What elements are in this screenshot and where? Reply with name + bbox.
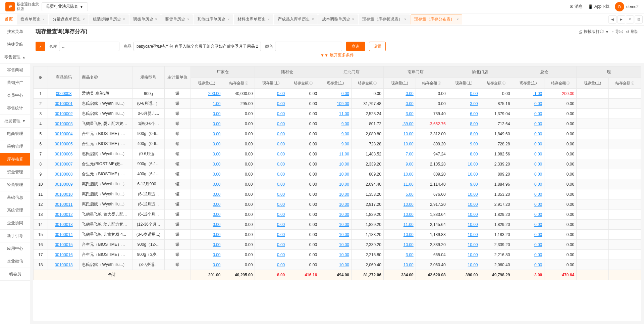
row-code: 00100011 (48, 199, 80, 210)
sidebar-item-retail-stat[interactable]: 零售统计 (0, 102, 30, 115)
close-icon[interactable]: × (123, 17, 125, 21)
th-lc-amt: 结存金额ⓘ (287, 78, 319, 89)
tab-diaob[interactable]: 调拨单历史 × (129, 14, 161, 25)
sidebar-item-retail-manage[interactable]: 零售管理 ▲ (0, 51, 30, 64)
sidebar-item-appcenter[interactable]: 应用中心 (0, 242, 30, 255)
sidebar-item-wholesale[interactable]: 批发管理 ▼ (0, 115, 30, 128)
query-button[interactable]: 查询 (346, 42, 365, 51)
industry-selector[interactable]: 母婴行业演示陈套 ▼ (42, 2, 88, 11)
tab-fenliang[interactable]: 分量盘点单历史 × (49, 14, 89, 25)
row-lc-qty: 0.00 (255, 230, 287, 240)
sidebar-item-marketing[interactable]: 营销推广 (0, 77, 30, 89)
row-lc-amt: 0.00 (287, 199, 319, 210)
nav-arrows: ◀ ▶ × ⊡ (608, 15, 643, 24)
close-icon[interactable]: × (268, 17, 270, 21)
row-cur-amt (609, 260, 641, 270)
code-link[interactable]: 00100004 (55, 132, 72, 136)
app-download-button[interactable]: 📱 App下载 (588, 4, 609, 9)
collapse-button[interactable]: › (36, 42, 45, 51)
sidebar-item-inventory[interactable]: 库存核算 (0, 153, 30, 166)
tab-kcfb[interactable]: 现存量（库存分布表）× (411, 14, 462, 25)
row-total-qty: 0.00 (512, 169, 544, 179)
sidebar-item-member2[interactable]: 畅会员 (0, 268, 30, 281)
tab-clchk[interactable]: 材料出库单历史 × (234, 14, 273, 25)
code-link[interactable]: 00100014 (55, 232, 72, 237)
row-cur-amt (609, 230, 641, 240)
code-link[interactable]: 00100007 (55, 162, 72, 167)
nav-prev-arrow[interactable]: ◀ (608, 15, 616, 24)
close-icon[interactable]: × (187, 17, 189, 21)
row-cur-qty (577, 250, 609, 260)
code-link[interactable]: 0000003 (56, 91, 72, 96)
user-area[interactable]: D demo2 (615, 2, 639, 11)
code-link[interactable]: 00100001 (55, 101, 72, 106)
close-icon[interactable]: × (352, 17, 354, 21)
tab-kczt[interactable]: 现存量（库存状况表）× (359, 14, 410, 25)
th-settings[interactable]: ⚙ (34, 66, 48, 89)
code-link[interactable]: 00100010 (55, 192, 72, 197)
sidebar-item-finance[interactable]: 资金管理 (0, 166, 30, 179)
code-link[interactable]: 00100013 (55, 222, 72, 227)
tab-qtchk[interactable]: 其他出库单历史 × (194, 14, 233, 25)
close-icon[interactable]: × (227, 17, 229, 21)
code-link[interactable]: 00100018 (55, 263, 72, 267)
close-icon[interactable]: × (83, 17, 85, 21)
table-row: 10 00100009 惠氏启赋（Wyeth illu...） 6-12月900… (34, 179, 641, 189)
tab-yaohuo[interactable]: 要货单历史 × (161, 14, 193, 25)
row-cur-qty (577, 99, 609, 109)
expand-conditions[interactable]: ▼▼ 展开更多条件 (36, 51, 639, 59)
sidebar-item-quicknav[interactable]: 快捷导航 (0, 38, 30, 51)
sidebar-item-basic[interactable]: 基础信息 (0, 191, 30, 204)
sidebar-item-operation[interactable]: 经营管理 (0, 179, 30, 191)
export-button[interactable]: ↑ 导出 (612, 29, 623, 35)
print-button[interactable]: 🖨 按模版打印 ▼ (578, 29, 609, 35)
code-link[interactable]: 00100003 (55, 122, 72, 126)
code-link[interactable]: 00100006 (55, 152, 72, 156)
table-row: 8 00100007 合生元(BIOSTIME)派... 900g（6-1...… (34, 159, 641, 169)
tab-home[interactable]: 首页 (1, 14, 16, 25)
code-link[interactable]: 00100005 (55, 142, 72, 146)
nav-close-arrow[interactable]: × (626, 15, 634, 24)
row-spec: 6-12月900... (132, 179, 165, 189)
refresh-button[interactable]: ↺ 刷新 (626, 29, 639, 35)
code-link[interactable]: 00100015 (55, 242, 72, 247)
sidebar-item-system[interactable]: 系统管理 (0, 204, 30, 217)
setting-button[interactable]: 设置 (369, 42, 386, 51)
close-icon[interactable]: × (405, 17, 407, 21)
sidebar-item-newguide[interactable]: 新手引导 (0, 230, 30, 242)
close-icon[interactable]: × (312, 17, 314, 21)
code-link[interactable]: 00100011 (55, 202, 72, 207)
tab-pandian[interactable]: 盘点单历史 × (17, 14, 48, 25)
sidebar-item-search[interactable]: 搜索英单 (0, 26, 30, 38)
close-icon[interactable]: × (155, 17, 157, 21)
sidebar-item-collab[interactable]: 企业协同 (0, 217, 30, 230)
row-lc-qty: 0.00 (255, 210, 287, 220)
row-name: 飞鹤星飞帆 较大婴儿配... (80, 210, 132, 220)
code-link[interactable]: 00100016 (55, 252, 72, 257)
sidebar-item-retail-mall[interactable]: 零售商城 (0, 64, 30, 77)
warehouse-input[interactable] (59, 42, 119, 51)
row-cj-amt: 0.00 (223, 119, 255, 129)
code-link[interactable]: 00100009 (55, 182, 72, 187)
close-icon[interactable]: × (457, 17, 459, 21)
row-unit: 罐 (164, 250, 191, 260)
code-link[interactable]: 00100008 (55, 172, 72, 177)
goods-input[interactable] (133, 42, 261, 51)
code-link[interactable]: 00100012 (55, 212, 72, 217)
row-lc-qty: 0.00 (255, 119, 287, 129)
sidebar-item-member[interactable]: 会员中心 (0, 89, 30, 102)
row-total-qty: 0.00 (512, 139, 544, 149)
sidebar-item-ecom[interactable]: 电商管理 (0, 128, 30, 140)
code-link[interactable]: 00100002 (55, 111, 72, 116)
th-code: 商品编码 (48, 66, 80, 89)
tab-zuzhuang[interactable]: 组装拆卸单历史 × (89, 14, 129, 25)
nav-expand-arrow[interactable]: ⊡ (635, 15, 643, 24)
close-icon[interactable]: × (43, 17, 45, 21)
message-button[interactable]: ✉ 消息 (570, 4, 583, 9)
sidebar-item-wechat[interactable]: 企业微信 (0, 255, 30, 268)
tab-cpcrk[interactable]: 产成品入库单历史 × (274, 14, 318, 25)
sidebar-item-purchase[interactable]: 采购管理 (0, 140, 30, 153)
color-input[interactable] (275, 42, 342, 51)
tab-cbtz[interactable]: 成本调整单历史 × (318, 14, 358, 25)
nav-next-arrow[interactable]: ▶ (617, 15, 625, 24)
